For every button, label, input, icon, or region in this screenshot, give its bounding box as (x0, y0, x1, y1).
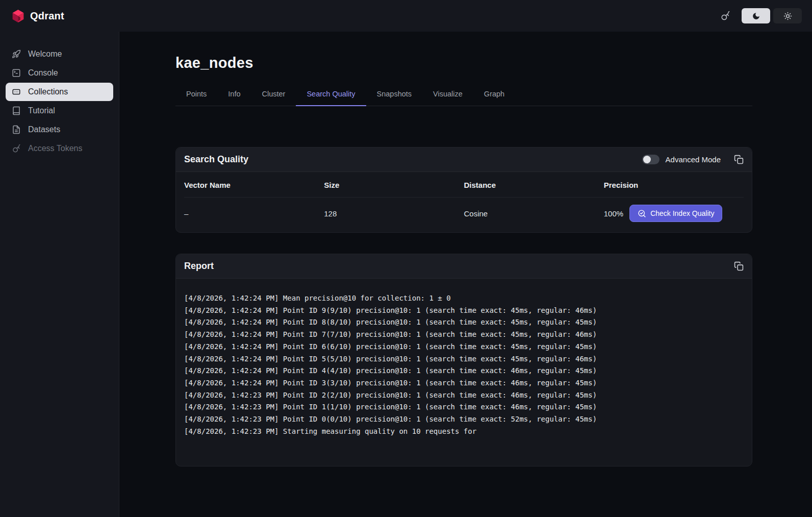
brand: Qdrant (11, 9, 64, 23)
sidebar-item-label: Access Tokens (28, 144, 82, 153)
search-quality-card-header: Search Quality Advanced Mode (176, 147, 752, 172)
check-index-quality-button[interactable]: Check Index Quality (629, 205, 722, 222)
tab-cluster[interactable]: Cluster (251, 87, 296, 106)
sidebar-item-label: Console (28, 68, 58, 78)
sidebar-item-label: Welcome (28, 50, 62, 59)
column-header-vector-name: Vector Name (184, 181, 324, 189)
advanced-mode-control: Advanced Mode (642, 155, 721, 164)
terminal-icon (12, 68, 21, 78)
sidebar-item-datasets[interactable]: Datasets (6, 120, 113, 139)
log-line: [4/8/2026, 1:42:24 PM] Point ID 9(9/10) … (184, 305, 744, 317)
dark-mode-button[interactable] (742, 8, 770, 23)
tab-points[interactable]: Points (175, 87, 217, 106)
report-log: [4/8/2026, 1:42:24 PM] Mean precision@10… (176, 279, 752, 466)
api-key-icon[interactable] (720, 11, 730, 21)
light-mode-button[interactable] (773, 8, 802, 23)
moon-icon (752, 12, 760, 20)
collection-tabs: Points Info Cluster Search Quality Snaps… (175, 87, 752, 106)
card-title: Report (184, 261, 214, 272)
report-card: Report [4/8/2026, 1:42:24 PM] Mean preci… (175, 254, 752, 466)
sidebar-item-welcome[interactable]: Welcome (6, 45, 113, 63)
main-content: kae_nodes Points Info Cluster Search Qua… (119, 32, 812, 517)
distance-value: Cosine (464, 209, 604, 218)
log-line: [4/8/2026, 1:42:23 PM] Point ID 0(0/10) … (184, 413, 744, 426)
sidebar-item-console[interactable]: Console (6, 64, 113, 82)
qdrant-logo-icon (11, 9, 25, 23)
log-line: [4/8/2026, 1:42:24 PM] Point ID 8(8/10) … (184, 316, 744, 329)
check-button-label: Check Index Quality (650, 209, 714, 217)
log-line: [4/8/2026, 1:42:23 PM] Point ID 1(1/10) … (184, 401, 744, 413)
report-card-header: Report (176, 254, 752, 279)
column-header-size: Size (324, 181, 464, 189)
precision-value: 100% (604, 209, 623, 218)
copy-icon[interactable] (734, 261, 744, 271)
card-title: Search Quality (184, 154, 248, 165)
page-title: kae_nodes (175, 55, 752, 71)
search-quality-card: Search Quality Advanced Mode Vector Name (175, 147, 752, 233)
file-icon (12, 125, 21, 134)
log-line: [4/8/2026, 1:42:24 PM] Point ID 5(5/10) … (184, 353, 744, 365)
column-header-distance: Distance (464, 181, 604, 189)
book-icon (12, 106, 21, 115)
table-header-row: Vector Name Size Distance Precision (184, 172, 744, 198)
column-header-precision: Precision (604, 181, 744, 189)
tab-info[interactable]: Info (217, 87, 251, 106)
log-line: [4/8/2026, 1:42:24 PM] Point ID 3(3/10) … (184, 377, 744, 389)
topbar-actions (720, 8, 802, 23)
brand-name: Qdrant (30, 10, 64, 22)
theme-toggle (742, 8, 802, 23)
size-value: 128 (324, 209, 464, 218)
top-bar: Qdrant (0, 0, 812, 32)
sun-icon (783, 12, 792, 20)
sidebar-item-label: Tutorial (28, 106, 55, 115)
sidebar-item-label: Datasets (28, 125, 60, 134)
collections-icon (12, 87, 21, 96)
sidebar-item-tutorial[interactable]: Tutorial (6, 102, 113, 120)
log-line: [4/8/2026, 1:42:24 PM] Point ID 6(6/10) … (184, 341, 744, 353)
tab-graph[interactable]: Graph (473, 87, 515, 106)
tab-visualize[interactable]: Visualize (422, 87, 473, 106)
sidebar-item-label: Collections (28, 87, 68, 96)
advanced-mode-toggle[interactable] (642, 155, 659, 164)
advanced-mode-label: Advanced Mode (666, 155, 721, 164)
log-line: [4/8/2026, 1:42:24 PM] Point ID 4(4/10) … (184, 365, 744, 377)
rocket-icon (12, 50, 21, 59)
qdrant-app: Qdrant Welcome Con (0, 0, 812, 517)
vectors-table: Vector Name Size Distance Precision – 12… (176, 172, 752, 232)
log-line: [4/8/2026, 1:42:24 PM] Mean precision@10… (184, 292, 744, 305)
log-line: [4/8/2026, 1:42:24 PM] Point ID 7(7/10) … (184, 329, 744, 341)
sidebar-item-collections[interactable]: Collections (6, 83, 113, 101)
tab-snapshots[interactable]: Snapshots (366, 87, 423, 106)
key-icon (12, 144, 21, 153)
vector-name-value: – (184, 209, 324, 218)
copy-icon[interactable] (734, 155, 744, 164)
sidebar: Welcome Console Collections Tutorial Dat… (0, 32, 119, 517)
table-row: – 128 Cosine 100% Check Index Quality (184, 198, 744, 230)
sidebar-item-access-tokens[interactable]: Access Tokens (6, 139, 113, 158)
tab-search-quality[interactable]: Search Quality (296, 87, 366, 106)
toggle-knob (643, 156, 651, 163)
log-line: [4/8/2026, 1:42:23 PM] Point ID 2(2/10) … (184, 389, 744, 402)
search-check-icon (638, 209, 646, 218)
log-line: [4/8/2026, 1:42:23 PM] Starting measurin… (184, 426, 744, 438)
